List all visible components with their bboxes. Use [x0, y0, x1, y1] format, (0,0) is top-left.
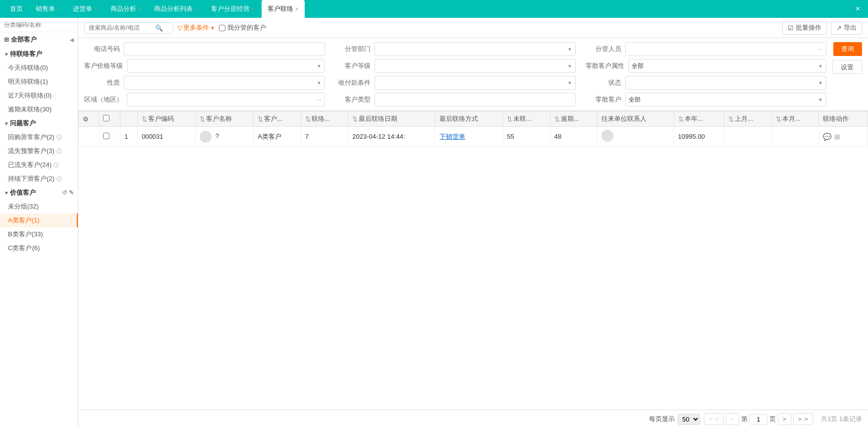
close-customer-contact-tab[interactable]: ×: [295, 0, 298, 18]
cell-code: 000031: [137, 127, 195, 147]
col-this-month[interactable]: ⇅ 本月...: [771, 111, 819, 127]
sidebar-item-churn-warning[interactable]: 流失预警客户(3) ⓘ: [0, 144, 78, 158]
sidebar-item-overdue[interactable]: 逾期未联络(30): [0, 103, 78, 116]
nav-tab-customer-contact[interactable]: 客户联络 ×: [262, 0, 304, 18]
sidebar-item-ungrouped[interactable]: 未分组(32): [0, 200, 78, 214]
cell-checkbox[interactable]: [99, 127, 120, 147]
retail-attr-arrow: ▼: [818, 63, 823, 69]
search-box[interactable]: 🔍: [84, 22, 173, 34]
col-checkbox[interactable]: [99, 111, 120, 127]
row-checkbox[interactable]: [103, 133, 109, 139]
batch-ops-button[interactable]: ☑ 批量操作: [782, 21, 827, 35]
close-product-analysis-tab[interactable]: ×: [138, 0, 141, 18]
sidebar-item-class-a[interactable]: A类客户(1): [0, 214, 78, 227]
field-price-level: 客户价格等级 ▼: [84, 59, 325, 73]
col-code[interactable]: ⇅ 客户编码: [137, 111, 195, 127]
cell-no-contact: 55: [503, 127, 550, 147]
close-customer-mgmt-tab[interactable]: ×: [252, 0, 255, 18]
first-page-button[interactable]: ＜＜: [704, 413, 724, 425]
sidebar-item-tomorrow[interactable]: 明天待联络(1): [0, 75, 78, 89]
nature-select[interactable]: ▼: [124, 76, 325, 90]
nav-tab-customer-mgmt[interactable]: 客户分层经营 ×: [205, 0, 261, 18]
sidebar-search-input[interactable]: [4, 21, 78, 28]
pagination: ＜＜ ＜ 第 页 ＞ ＞＞ 共1页 1条记录: [704, 413, 862, 425]
close-app-button[interactable]: ×: [852, 4, 864, 13]
sidebar-item-repurchase-abnormal[interactable]: 回购异常客户(2) ⓘ: [0, 130, 78, 144]
close-purchase-tab[interactable]: ×: [94, 0, 97, 18]
settings-button[interactable]: 设置: [832, 60, 862, 74]
sidebar-pending-contact[interactable]: ▼ 待联络客户: [0, 47, 78, 61]
last-method-link[interactable]: 下销货单: [439, 133, 465, 140]
grid-action-icon[interactable]: ⊞: [834, 133, 840, 141]
col-settings[interactable]: ⚙: [79, 111, 99, 127]
person-select[interactable]: ···: [625, 42, 826, 56]
export-button[interactable]: ↗ 导出: [831, 21, 862, 35]
select-all-checkbox[interactable]: [103, 115, 109, 121]
next-page-button[interactable]: ＞: [778, 413, 791, 425]
col-this-year[interactable]: ⇅ 本年...: [674, 111, 724, 127]
info-icon-3: ⓘ: [56, 175, 62, 183]
sidebar-all-customers[interactable]: ⊞ 全部客户 ◀: [0, 32, 78, 47]
col-no-contact[interactable]: ⇅ 未联...: [503, 111, 550, 127]
sidebar-item-class-c[interactable]: C类客户(6): [0, 241, 78, 255]
close-product-list-tab[interactable]: ×: [195, 0, 198, 18]
nav-home[interactable]: 首页: [4, 0, 29, 18]
retail-customer-select[interactable]: 全部 ▼: [625, 93, 826, 107]
cell-settings: [79, 127, 99, 147]
prev-page-button[interactable]: ＜: [726, 413, 739, 425]
sidebar-item-churned[interactable]: 已流失客户(24) ⓘ: [0, 158, 78, 172]
sidebar-item-class-b[interactable]: B类客户(33): [0, 227, 78, 241]
field-payment: 收付款条件 ▼: [335, 76, 576, 90]
sidebar-item-7days[interactable]: 近7天待联络(0): [0, 89, 78, 103]
cell-actions: 💬 ⊞: [819, 127, 868, 147]
refresh-icon[interactable]: ↺: [62, 189, 67, 196]
my-customers-checkbox-area[interactable]: 我分管的客户: [219, 23, 266, 32]
sort-icon-code: ⇅: [142, 115, 147, 123]
col-last-month[interactable]: ⇅ 上月...: [724, 111, 772, 127]
col-overdue[interactable]: ⇅ 逾期...: [550, 111, 597, 127]
sidebar-item-today[interactable]: 今天待联络(0): [0, 61, 78, 75]
price-level-select[interactable]: ▼: [127, 59, 325, 73]
field-customer-type: 客户类型: [335, 93, 576, 107]
status-select[interactable]: ▼: [625, 76, 826, 90]
nav-tab-product-analysis[interactable]: 商品分析 ×: [105, 0, 147, 18]
customer-level-select[interactable]: ▼: [375, 59, 576, 73]
col-contact[interactable]: ⇅ 联络...: [301, 111, 348, 127]
col-level[interactable]: ⇅ 客户...: [254, 111, 301, 127]
edit-icon[interactable]: ✎: [69, 189, 74, 196]
region-select[interactable]: ···: [127, 93, 325, 107]
cell-last-method[interactable]: 下销货单: [435, 127, 503, 147]
advanced-filters: 电话号码 分管部门 ▼: [78, 38, 868, 111]
customer-type-input[interactable]: [375, 93, 576, 107]
search-bar-icon[interactable]: 🔍: [155, 24, 163, 32]
sidebar-value-customers[interactable]: ▼ 价值客户 ↺ ✎: [0, 186, 78, 200]
close-sales-tab[interactable]: ×: [57, 0, 60, 18]
sidebar-search-box[interactable]: 🔍: [0, 18, 78, 32]
collapse-sidebar-icon[interactable]: ◀: [70, 37, 74, 43]
per-page-select[interactable]: 50: [678, 414, 700, 425]
nav-tab-product-list[interactable]: 商品分析列表 ×: [148, 0, 204, 18]
sidebar-problem-customers[interactable]: ▼ 问题客户: [0, 116, 78, 130]
bottom-bar: 每页显示 50 ＜＜ ＜ 第 页 ＞ ＞＞ 共1页 1条记录: [78, 410, 868, 428]
col-name[interactable]: ⇅ 客户名称: [196, 111, 254, 127]
col-last-date[interactable]: ⇅ 最后联络日期: [348, 111, 435, 127]
table-row: 1 000031 ? A类客户 7 2023-04-12 14:44: 下销货单: [79, 127, 868, 147]
cell-overdue: 48: [550, 127, 597, 147]
my-customers-checkbox[interactable]: [219, 25, 225, 31]
nav-tab-sales[interactable]: 销售单 ×: [30, 0, 66, 18]
last-page-button[interactable]: ＞＞: [793, 413, 813, 425]
col-prev-contact[interactable]: 往来单位联系人: [597, 111, 674, 127]
dept-select[interactable]: ▼: [375, 42, 576, 56]
more-filters-button[interactable]: ▽ 更多条件 ▼: [177, 23, 215, 32]
payment-select[interactable]: ▼: [375, 76, 576, 90]
nav-tab-purchase[interactable]: 进货单 ×: [67, 0, 103, 18]
phone-input[interactable]: [124, 42, 325, 56]
page-number-input[interactable]: [750, 414, 767, 425]
search-input[interactable]: [89, 24, 153, 31]
sidebar-item-declining[interactable]: 持续下滑客户(2) ⓘ: [0, 172, 78, 186]
col-last-method[interactable]: 最后联络方式: [435, 111, 503, 127]
field-region: 区域（地区） ···: [84, 93, 325, 107]
message-action-icon[interactable]: 💬: [823, 133, 831, 141]
query-button[interactable]: 查询: [833, 42, 862, 56]
retail-attr-select[interactable]: 全部 ▼: [628, 59, 826, 73]
